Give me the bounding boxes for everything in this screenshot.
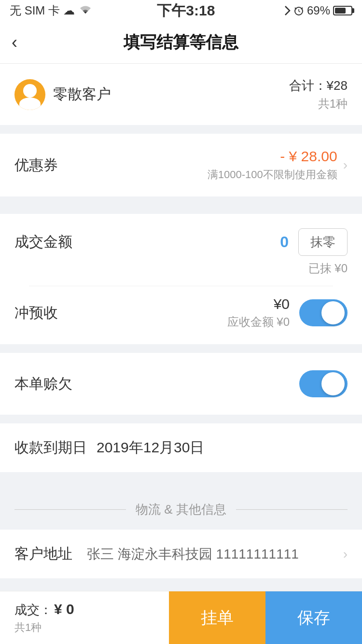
coupon-chevron-icon: › xyxy=(343,157,348,173)
customer-avatar xyxy=(14,79,45,110)
bottom-deal-count: 共1种 xyxy=(14,620,154,635)
content-area: 零散客户 合计：¥28 共1种 优惠券 - ¥ 28.00 满1000-100不… xyxy=(0,64,362,636)
duedate-section: 收款到期日 2019年12月30日 xyxy=(0,423,362,472)
location-icon xyxy=(280,5,291,16)
bottom-bar: 成交： ¥ 0 共1种 挂单 保存 xyxy=(0,591,362,644)
save-button-label: 保存 xyxy=(297,607,330,629)
debt-toggle[interactable] xyxy=(299,370,348,397)
prereceive-label: 冲预收 xyxy=(14,303,58,323)
address-label: 客户地址 xyxy=(14,544,72,564)
prereceive-right: ¥0 应收金额 ¥0 xyxy=(227,296,348,330)
address-section: 客户地址 张三 海淀永丰科技园 11111111111 › xyxy=(0,530,362,578)
logistics-separator: 物流 & 其他信息 xyxy=(0,490,362,530)
wifi-icon xyxy=(79,6,92,15)
customer-left: 零散客户 xyxy=(14,79,111,110)
section-gap-3 xyxy=(0,481,362,490)
duedate-value: 2019年12月30日 xyxy=(97,438,204,458)
alarm-icon xyxy=(293,5,304,16)
status-time: 下午3:18 xyxy=(157,1,215,21)
logistics-text: 物流 & 其他信息 xyxy=(136,501,226,518)
coupon-desc: 满1000-100不限制使用金额 xyxy=(208,168,337,182)
sim-status: 无 SIM 卡 ☁ xyxy=(10,3,75,18)
coupon-right: - ¥ 28.00 满1000-100不限制使用金额 › xyxy=(208,148,348,182)
section-gap-2 xyxy=(0,344,362,353)
back-button[interactable]: ‹ xyxy=(12,32,17,53)
total-label: 合计：¥28 xyxy=(289,77,348,94)
customer-row: 零散客户 合计：¥28 共1种 xyxy=(0,64,362,125)
coupon-discount: - ¥ 28.00 xyxy=(208,148,337,165)
amount-right: 0 抹零 xyxy=(280,228,348,256)
status-bar: 无 SIM 卡 ☁ 下午3:18 69% xyxy=(0,0,362,21)
prereceive-row: 冲预收 ¥0 应收金额 ¥0 xyxy=(0,286,362,344)
hold-button[interactable]: 挂单 xyxy=(169,591,265,644)
duedate-row: 收款到期日 2019年12月30日 xyxy=(14,438,348,458)
nav-bar: ‹ 填写结算等信息 xyxy=(0,21,362,64)
already-rounded: 已抹 ¥0 xyxy=(14,261,348,286)
prereceive-receivable: 应收金额 ¥0 xyxy=(227,314,290,330)
address-value: 张三 海淀永丰科技园 11111111111 xyxy=(87,545,343,563)
save-button[interactable]: 保存 xyxy=(265,591,362,644)
customer-right: 合计：¥28 共1种 xyxy=(289,77,348,112)
address-chevron-icon: › xyxy=(343,546,348,562)
coupon-label: 优惠券 xyxy=(14,155,58,175)
coupon-value-wrap: - ¥ 28.00 满1000-100不限制使用金额 xyxy=(208,148,337,182)
customer-card: 零散客户 合计：¥28 共1种 xyxy=(0,64,362,125)
toggle-knob xyxy=(321,301,345,324)
debt-toggle-knob xyxy=(321,372,345,395)
prereceive-values: ¥0 应收金额 ¥0 xyxy=(227,296,290,330)
bottom-deal-label: 成交： xyxy=(14,602,52,618)
amount-label: 成交金额 xyxy=(14,232,72,252)
logistics-line-right xyxy=(236,509,348,510)
logistics-line-left xyxy=(14,509,126,510)
battery-percent: 69% xyxy=(307,4,330,17)
battery-icon xyxy=(333,6,352,15)
debt-section: 本单赊欠 xyxy=(0,353,362,415)
prereceive-amount: ¥0 xyxy=(227,296,290,312)
amount-value: 0 xyxy=(280,233,289,251)
prereceive-toggle[interactable] xyxy=(299,299,348,326)
bottom-summary: 成交： ¥ 0 共1种 xyxy=(0,601,169,635)
round-off-button[interactable]: 抹零 xyxy=(298,228,348,256)
address-row[interactable]: 客户地址 张三 海淀永丰科技园 11111111111 › xyxy=(14,544,348,564)
debt-label: 本单赊欠 xyxy=(14,374,72,394)
duedate-label: 收款到期日 xyxy=(14,438,87,458)
section-gap-1 xyxy=(0,205,362,214)
coupon-card: 优惠券 - ¥ 28.00 满1000-100不限制使用金额 › xyxy=(0,134,362,196)
status-left: 无 SIM 卡 ☁ xyxy=(10,3,92,18)
status-right: 69% xyxy=(280,4,352,17)
hold-button-label: 挂单 xyxy=(201,607,234,629)
page-title: 填写结算等信息 xyxy=(124,31,238,54)
amount-section: 成交金额 0 抹零 已抹 ¥0 xyxy=(0,214,362,286)
coupon-row[interactable]: 优惠券 - ¥ 28.00 满1000-100不限制使用金额 › xyxy=(0,134,362,196)
total-count: 共1种 xyxy=(289,96,348,112)
bottom-deal-amount: ¥ 0 xyxy=(54,601,74,617)
customer-name: 零散客户 xyxy=(53,84,111,104)
amount-row: 成交金额 0 抹零 xyxy=(14,214,348,261)
